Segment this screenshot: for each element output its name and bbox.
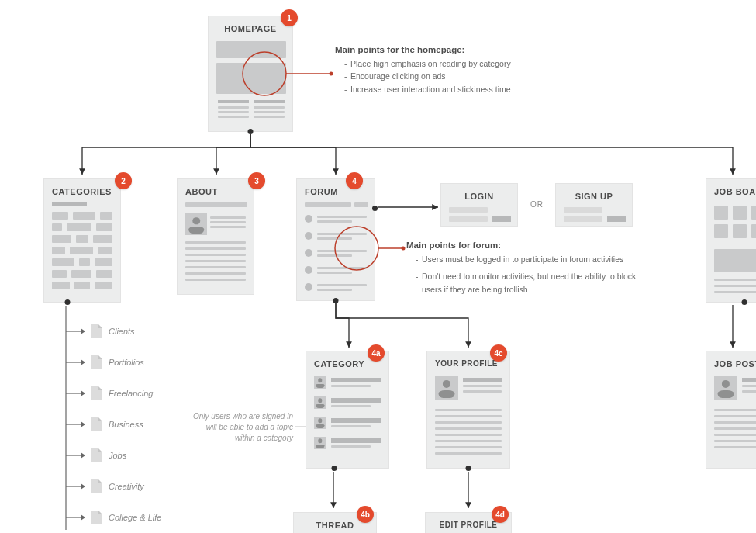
badge-homepage: 1 bbox=[281, 9, 298, 26]
badge-about: 3 bbox=[248, 172, 265, 189]
badge-category: 4a bbox=[368, 344, 385, 362]
sitemap-canvas: HOMEPAGE 1 Main points for the homepage:… bbox=[0, 0, 756, 533]
node-homepage: HOMEPAGE bbox=[208, 16, 293, 132]
badge-profile: 4c bbox=[490, 344, 507, 362]
node-signup: SIGN UP bbox=[555, 183, 633, 227]
badge-editprofile: 4d bbox=[492, 506, 509, 523]
badge-categories: 2 bbox=[115, 172, 132, 189]
node-forum: FORUM bbox=[296, 178, 375, 301]
node-title: JOB POST bbox=[706, 351, 756, 372]
node-title: CATEGORIES bbox=[44, 179, 120, 199]
note-list: Users must be logged in to participate i… bbox=[406, 253, 654, 296]
node-title: JOB BOARD bbox=[706, 179, 756, 199]
badge-thread: 4b bbox=[357, 506, 374, 523]
node-category: CATEGORY bbox=[306, 351, 389, 469]
note-heading: Main points for the homepage: bbox=[335, 45, 568, 54]
node-title: FORUM bbox=[297, 179, 375, 199]
node-title: HOMEPAGE bbox=[209, 16, 292, 36]
badge-forum: 4 bbox=[346, 172, 363, 189]
node-title: SIGN UP bbox=[556, 184, 632, 204]
note-homepage: Main points for the homepage: Place high… bbox=[335, 45, 568, 95]
node-login: LOGIN bbox=[440, 183, 518, 227]
node-about: ABOUT bbox=[177, 178, 254, 295]
node-jobpost: JOB POST bbox=[706, 351, 756, 469]
note-forum: Main points for forum: Users must be log… bbox=[406, 241, 654, 296]
node-title: ABOUT bbox=[178, 179, 254, 199]
node-jobboard: JOB BOARD bbox=[706, 178, 756, 303]
node-profile: YOUR PROFILE bbox=[426, 351, 510, 469]
note-heading: Main points for forum: bbox=[406, 241, 654, 250]
node-categories: CATEGORIES bbox=[43, 178, 121, 303]
sidenote-category: Only users who are signed in will be abl… bbox=[185, 411, 293, 444]
node-title: LOGIN bbox=[441, 184, 517, 204]
note-list: Place high emphasis on reading by catego… bbox=[335, 57, 568, 95]
